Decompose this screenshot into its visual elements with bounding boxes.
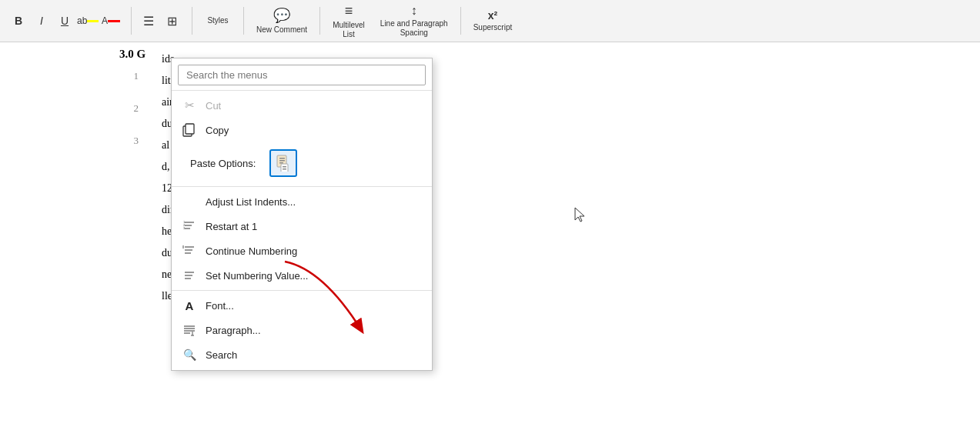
continue-numbering-icon bbox=[181, 244, 198, 258]
copy-icon bbox=[181, 123, 198, 137]
svg-rect-5 bbox=[279, 162, 283, 164]
separator-1 bbox=[131, 7, 132, 35]
svg-rect-8 bbox=[283, 168, 286, 170]
line-num-3: 3 bbox=[0, 130, 146, 152]
menu-sep-2 bbox=[172, 186, 432, 187]
svg-rect-7 bbox=[283, 166, 286, 168]
menu-item-restart[interactable]: 1. 2. 3. Restart at 1 bbox=[172, 214, 432, 239]
svg-rect-1 bbox=[186, 124, 194, 134]
format-group: B I U ab A bbox=[8, 10, 122, 32]
multilevel-list-icon: ≡ bbox=[345, 3, 353, 19]
line-spacing-icon: ↕ bbox=[411, 4, 417, 18]
multilevel-list-button[interactable]: ≡ MultilevelList bbox=[326, 2, 371, 39]
paste-keep-format-btn[interactable] bbox=[269, 149, 297, 177]
menu-sep-top bbox=[172, 90, 432, 91]
cut-label: Cut bbox=[206, 100, 423, 112]
font-color-button[interactable]: A bbox=[100, 10, 122, 32]
paragraph-icon bbox=[181, 323, 198, 337]
set-numbering-icon bbox=[181, 269, 198, 282]
new-comment-icon: 💬 bbox=[273, 7, 290, 24]
menu-item-adjust-list[interactable]: Adjust List Indents... bbox=[172, 189, 432, 214]
toolbar: B I U ab A ☰ ⊞ Styles 💬 New Comment ≡ bbox=[0, 0, 980, 42]
menu-item-copy[interactable]: Copy bbox=[172, 118, 432, 142]
styles-button[interactable]: Styles bbox=[199, 2, 237, 39]
svg-rect-6 bbox=[281, 164, 288, 172]
line-num-1: 1 bbox=[0, 65, 146, 87]
menu-item-continue[interactable]: Continue Numbering bbox=[172, 239, 432, 263]
bullets-button[interactable]: ☰ bbox=[138, 10, 159, 32]
paste-options-row: Paste Options: bbox=[181, 146, 306, 180]
separator-5 bbox=[460, 7, 461, 35]
cut-icon: ✂ bbox=[181, 98, 198, 112]
separator-2 bbox=[192, 7, 192, 35]
menu-item-paragraph[interactable]: Paragraph... bbox=[172, 318, 432, 342]
menu-item-cut[interactable]: ✂ Cut bbox=[172, 93, 432, 118]
italic-button[interactable]: I bbox=[31, 10, 52, 32]
restart-label: Restart at 1 bbox=[206, 221, 423, 232]
set-numbering-label: Set Numbering Value... bbox=[206, 270, 423, 282]
line-numbers: 1 2 3 bbox=[0, 42, 146, 437]
line-num-2: 2 bbox=[0, 98, 146, 119]
underline-button[interactable]: U bbox=[54, 10, 75, 32]
context-menu: ✂ Cut Copy Paste Options: bbox=[171, 58, 433, 371]
section-label: 3.0 G bbox=[119, 48, 145, 61]
new-comment-button[interactable]: 💬 New Comment bbox=[250, 2, 313, 39]
menu-item-set-numbering[interactable]: Set Numbering Value... bbox=[172, 263, 432, 288]
numbering-button[interactable]: ⊞ bbox=[161, 10, 182, 32]
line-paragraph-spacing-button[interactable]: ↕ Line and ParagraphSpacing bbox=[374, 2, 454, 39]
menu-search-area bbox=[178, 65, 426, 85]
separator-3 bbox=[243, 7, 244, 35]
menu-sep-3 bbox=[172, 290, 432, 291]
adjust-list-label: Adjust List Indents... bbox=[206, 196, 423, 208]
svg-rect-3 bbox=[279, 158, 285, 159]
search-label: Search bbox=[206, 349, 423, 361]
paste-options-label: Paste Options: bbox=[190, 158, 256, 169]
bold-button[interactable]: B bbox=[8, 10, 29, 32]
separator-4 bbox=[319, 7, 320, 35]
copy-label: Copy bbox=[206, 125, 423, 136]
menu-search-input[interactable] bbox=[178, 65, 426, 85]
superscript-button[interactable]: x² Superscript bbox=[467, 2, 519, 39]
menu-item-paste-options: Paste Options: bbox=[172, 142, 432, 184]
highlight-button[interactable]: ab bbox=[77, 10, 99, 32]
restart-icon: 1. 2. 3. bbox=[181, 219, 198, 233]
superscript-icon: x² bbox=[488, 9, 497, 22]
menu-item-font[interactable]: A Font... bbox=[172, 293, 432, 318]
paragraph-label: Paragraph... bbox=[206, 325, 423, 336]
font-icon: A bbox=[181, 299, 198, 312]
menu-item-search[interactable]: 🔍 Search bbox=[172, 342, 432, 367]
font-label: Font... bbox=[206, 300, 423, 312]
svg-text:3.: 3. bbox=[183, 226, 186, 230]
search-icon: 🔍 bbox=[181, 349, 198, 361]
continue-numbering-label: Continue Numbering bbox=[206, 245, 423, 257]
list-group: ☰ ⊞ bbox=[138, 10, 182, 32]
svg-rect-4 bbox=[279, 160, 285, 162]
